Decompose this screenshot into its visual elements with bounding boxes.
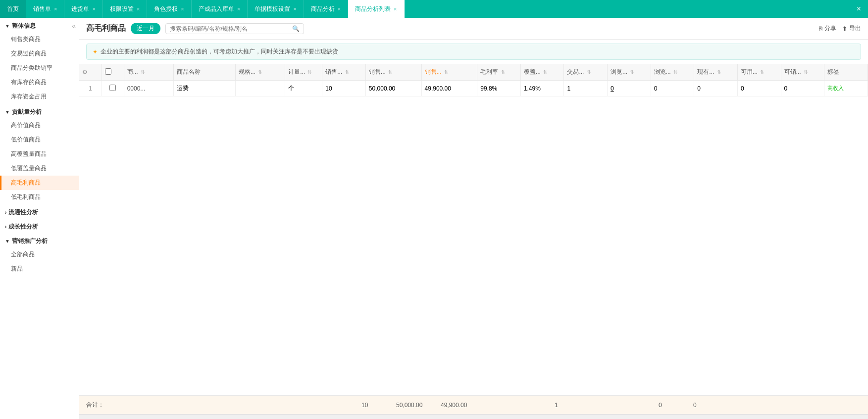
sidebar-item-low-value[interactable]: 低价值商品: [0, 133, 79, 147]
th-stock2[interactable]: 可用... ⇅: [737, 64, 781, 81]
th-settings[interactable]: ⚙: [79, 64, 102, 81]
star-icon: ✦: [93, 48, 98, 55]
sort-icon-sales-qty: ⇅: [345, 69, 349, 75]
th-stock3[interactable]: 可销... ⇅: [781, 64, 824, 81]
close-purchase-tab[interactable]: ×: [92, 6, 95, 12]
th-unit[interactable]: 计量... ⇅: [285, 64, 322, 81]
export-button[interactable]: ⬆ 导出: [842, 24, 861, 33]
search-input[interactable]: [170, 25, 292, 32]
footer-sales-profit: 49,900.00: [441, 402, 485, 409]
sidebar-item-low-margin[interactable]: 低毛利商品: [0, 190, 79, 204]
th-sales-profit[interactable]: 销售... ⇅: [421, 64, 477, 81]
sidebar-collapse-btn[interactable]: «: [72, 22, 76, 30]
search-icon[interactable]: 🔍: [292, 25, 300, 32]
nav-sales[interactable]: 销售单 ×: [26, 0, 64, 18]
sidebar-item-in-stock[interactable]: 有库存的商品: [0, 75, 79, 90]
close-permissions-tab[interactable]: ×: [137, 6, 140, 12]
nav-finished-goods[interactable]: 产成品入库单 ×: [192, 0, 248, 18]
nav-product-analysis-list[interactable]: 商品分析列表 ×: [348, 0, 404, 18]
cell-stock1: 0: [694, 81, 738, 96]
sidebar-item-low-coverage[interactable]: 低覆盖量商品: [0, 161, 79, 176]
sidebar-group-overall[interactable]: ▼ 整体信息: [0, 18, 79, 32]
sidebar-item-traded-goods[interactable]: 交易过的商品: [0, 47, 79, 61]
cell-spec: [235, 81, 285, 96]
group-arrow-overall: ▼: [5, 23, 10, 29]
cell-name: 运费: [173, 81, 235, 96]
main-layout: « ▼ 整体信息 销售类商品 交易过的商品 商品分类助销率 有库存的商品 库存资…: [0, 18, 868, 419]
footer-stock1: 0: [659, 402, 693, 409]
footer-sales-qty: 10: [361, 402, 396, 409]
cell-sales-qty: 10: [322, 81, 366, 96]
period-button[interactable]: 近一月: [131, 23, 160, 34]
sidebar-item-all-goods[interactable]: 全部商品: [0, 247, 79, 262]
nav-purchase[interactable]: 进货单 ×: [64, 0, 102, 18]
sidebar-group-growth[interactable]: › 成长性分析: [0, 219, 79, 233]
group-arrow-marketing: ▼: [5, 238, 10, 244]
close-all-tabs[interactable]: ×: [850, 4, 868, 13]
sort-icon-browse1: ⇅: [630, 69, 634, 75]
sort-icon-code: ⇅: [141, 69, 145, 75]
cell-cover: 1.49%: [520, 81, 564, 96]
th-browse1[interactable]: 浏览... ⇅: [608, 64, 651, 81]
cell-sales-profit: 49,900.00: [421, 81, 477, 96]
share-button[interactable]: ⎘ 分享: [819, 24, 836, 33]
th-margin[interactable]: 毛利率 ⇅: [477, 64, 521, 81]
horizontal-scrollbar[interactable]: [79, 414, 868, 419]
th-name[interactable]: 商品名称: [173, 64, 235, 81]
sidebar-group-contribution[interactable]: ▼ 贡献量分析: [0, 104, 79, 118]
th-sales-amt[interactable]: 销售... ⇅: [365, 64, 421, 81]
sort-icon-stock1: ⇅: [717, 69, 721, 75]
close-product-analysis-list-tab[interactable]: ×: [394, 6, 397, 12]
th-stock1[interactable]: 现有... ⇅: [694, 64, 738, 81]
cell-stock3: 0: [781, 81, 824, 96]
export-icon: ⬆: [842, 25, 847, 32]
table-header-row: ⚙ 商... ⇅ 商品名称 规格...: [79, 64, 868, 81]
search-box: 🔍: [165, 23, 304, 34]
sort-icon-cover: ⇅: [543, 69, 547, 75]
cell-browse1[interactable]: 0: [608, 81, 651, 96]
nav-permissions[interactable]: 权限设置 ×: [103, 0, 147, 18]
close-template-tab[interactable]: ×: [293, 6, 296, 12]
close-roles-tab[interactable]: ×: [181, 6, 184, 12]
settings-icon[interactable]: ⚙: [82, 69, 88, 76]
close-product-analysis-tab[interactable]: ×: [338, 6, 341, 12]
sidebar-item-high-value[interactable]: 高价值商品: [0, 118, 79, 133]
th-spec[interactable]: 规格... ⇅: [235, 64, 285, 81]
table-row: 1 0000... 运费 个 10 50,000.00 49,900.00 99…: [79, 81, 868, 96]
group-arrow-contribution: ▼: [5, 109, 10, 115]
footer-sales-amt: 50,000.00: [396, 402, 441, 409]
th-cover[interactable]: 覆盖... ⇅: [520, 64, 564, 81]
sort-icon-spec: ⇅: [258, 69, 262, 75]
browse1-link[interactable]: 0: [611, 85, 614, 92]
sidebar-group-marketing[interactable]: ▼ 营销推广分析: [0, 233, 79, 247]
close-sales-tab[interactable]: ×: [54, 6, 57, 12]
cell-code: 0000...: [124, 81, 173, 96]
th-tag[interactable]: 标签: [824, 64, 868, 81]
footer-label: 合计：: [86, 401, 185, 409]
cell-browse2: 0: [651, 81, 694, 96]
sidebar-item-high-margin[interactable]: 高毛利商品: [0, 176, 79, 190]
sidebar-item-stock-capital[interactable]: 库存资金占用: [0, 90, 79, 104]
nav-template[interactable]: 单据模板设置 ×: [248, 0, 304, 18]
th-code[interactable]: 商... ⇅: [124, 64, 173, 81]
nav-product-analysis[interactable]: 商品分析 ×: [304, 0, 348, 18]
sort-icon-stock3: ⇅: [804, 69, 808, 75]
th-trade[interactable]: 交易... ⇅: [564, 64, 608, 81]
sidebar-item-category-assist[interactable]: 商品分类助销率: [0, 61, 79, 75]
row-checkbox[interactable]: [109, 85, 116, 91]
cell-check[interactable]: [102, 81, 124, 96]
nav-home[interactable]: 首页: [0, 0, 26, 18]
sidebar-item-new-goods[interactable]: 新品: [0, 262, 79, 276]
sort-icon-unit: ⇅: [307, 69, 311, 75]
sidebar-group-liquidity[interactable]: › 流通性分析: [0, 204, 79, 219]
th-browse2[interactable]: 浏览... ⇅: [651, 64, 694, 81]
sidebar: « ▼ 整体信息 销售类商品 交易过的商品 商品分类助销率 有库存的商品 库存资…: [0, 18, 79, 419]
sidebar-item-high-coverage[interactable]: 高覆盖量商品: [0, 147, 79, 161]
th-sales-qty[interactable]: 销售... ⇅: [322, 64, 366, 81]
page-title: 高毛利商品: [86, 23, 126, 34]
nav-roles[interactable]: 角色授权 ×: [147, 0, 191, 18]
close-finished-goods-tab[interactable]: ×: [237, 6, 240, 12]
sidebar-item-sales-goods[interactable]: 销售类商品: [0, 32, 79, 47]
select-all-checkbox[interactable]: [105, 68, 111, 75]
sort-icon-stock2: ⇅: [760, 69, 764, 75]
